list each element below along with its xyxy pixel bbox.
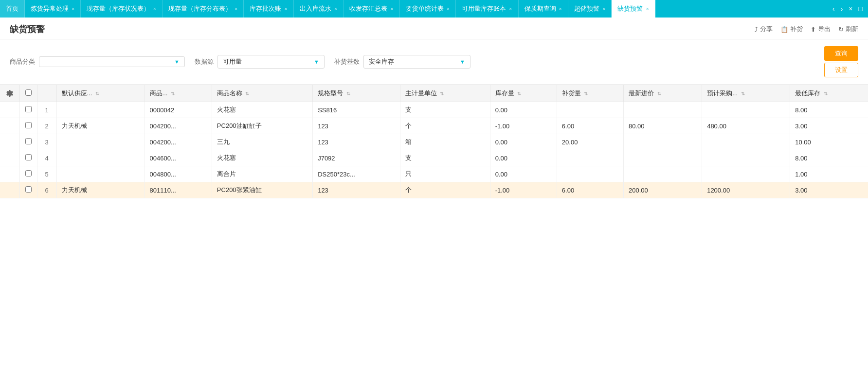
nav-maximize-button[interactable]: □ [856, 4, 865, 14]
nav-tab-overstock[interactable]: 超储预警× [568, 0, 612, 18]
row-product-name-cell: PC200油缸缸子 [212, 118, 312, 134]
row-latest-price-cell [624, 102, 702, 118]
col-supplier[interactable]: 默认供应... ⇅ [56, 85, 145, 102]
row-product-name-cell: 火花塞 [212, 102, 312, 118]
nav-tab-stock-dist[interactable]: 现存量（库存分布表）× [163, 0, 244, 18]
tab-close-shortage[interactable]: × [646, 6, 649, 12]
row-latest-price-cell [624, 150, 702, 166]
row-latest-price-cell: 200.00 [624, 182, 702, 198]
row-supplier-cell [56, 134, 145, 150]
col-product-code[interactable]: 商品... ⇅ [145, 85, 212, 102]
row-product-code-cell: 0000042 [145, 102, 212, 118]
row-min-stock-cell: 3.00 [790, 182, 868, 198]
row-supplier-cell [56, 166, 145, 182]
replenish-base-select[interactable]: 安全库存 ▼ [363, 55, 470, 69]
table-row: 3 004200... 三九 123 箱 0.00 20.00 10.00 [0, 134, 868, 150]
category-select[interactable]: ▼ [39, 56, 185, 67]
row-spec-cell: SS816 [313, 102, 400, 118]
row-min-stock-cell: 1.00 [790, 166, 868, 182]
col-product-name-label: 商品名称 [217, 89, 242, 97]
row-num-cell: 2 [37, 118, 56, 134]
row-checkbox-4[interactable] [25, 170, 32, 176]
row-est-purchase-cell [702, 166, 790, 182]
nav-prev-button[interactable]: ‹ [830, 4, 837, 14]
row-spec-cell: J7092 [313, 150, 400, 166]
tab-close-recv-summary[interactable]: × [390, 6, 393, 12]
tab-close-expiry[interactable]: × [559, 6, 562, 12]
tab-close-order-stats[interactable]: × [447, 6, 450, 12]
nav-tab-abnormal[interactable]: 炼货异常处理× [25, 0, 81, 18]
row-settings-cell [0, 150, 19, 166]
row-checkbox-3[interactable] [25, 154, 32, 160]
row-est-purchase-cell: 1200.00 [702, 182, 790, 198]
nav-tab-recv-summary[interactable]: 收发存汇总表× [344, 0, 399, 18]
share-button[interactable]: ⤴ 分享 [755, 25, 773, 34]
row-checkbox-cell[interactable] [19, 182, 37, 198]
row-unit-cell: 个 [400, 182, 490, 198]
col-spec[interactable]: 规格型号 ⇅ [313, 85, 400, 102]
select-all-checkbox[interactable] [25, 89, 32, 96]
spec-sort-icon: ⇅ [346, 91, 350, 96]
shortage-table: 默认供应... ⇅ 商品... ⇅ 商品名称 ⇅ 规格型号 ⇅ [0, 85, 868, 198]
refresh-button[interactable]: ↻ 刷新 [838, 25, 858, 34]
settings-button[interactable]: 设置 [824, 63, 858, 77]
tab-close-batch-account[interactable]: × [284, 6, 287, 12]
row-checkbox-1[interactable] [25, 122, 32, 128]
tab-close-stock-dist[interactable]: × [235, 6, 237, 12]
row-supplier-cell: 力天机械 [56, 118, 145, 134]
col-select-all[interactable] [19, 85, 37, 102]
datasource-chevron-icon: ▼ [314, 59, 319, 65]
tab-close-avail-stock[interactable]: × [509, 6, 512, 12]
nav-tab-order-stats[interactable]: 要货单统计表× [400, 0, 456, 18]
export-icon: ⬆ [811, 26, 816, 33]
refresh-icon: ↻ [838, 26, 844, 33]
col-product-name[interactable]: 商品名称 ⇅ [212, 85, 312, 102]
row-checkbox-cell[interactable] [19, 118, 37, 134]
nav-tab-home[interactable]: 首页 [0, 0, 25, 18]
row-num-cell: 4 [37, 150, 56, 166]
row-checkbox-cell[interactable] [19, 102, 37, 118]
col-latest-price[interactable]: 最新进价 ⇅ [624, 85, 702, 102]
row-checkbox-cell[interactable] [19, 166, 37, 182]
col-est-purchase-label: 预计采购... [707, 89, 738, 97]
row-settings-cell [0, 134, 19, 150]
export-button[interactable]: ⬆ 导出 [811, 25, 831, 34]
tab-close-inout-flow[interactable]: × [334, 6, 337, 12]
col-unit[interactable]: 主计量单位 ⇅ [400, 85, 490, 102]
tab-close-abnormal[interactable]: × [72, 6, 74, 12]
nav-tab-inout-flow[interactable]: 出入库流水× [294, 0, 344, 18]
nav-close-button[interactable]: × [846, 4, 855, 14]
query-button[interactable]: 查询 [824, 46, 858, 61]
col-min-stock[interactable]: 最低库存 ⇅ [790, 85, 868, 102]
col-replenish[interactable]: 补货量 ⇅ [557, 85, 623, 102]
row-checkbox-2[interactable] [25, 138, 32, 144]
row-min-stock-cell: 8.00 [790, 150, 868, 166]
row-checkbox-0[interactable] [25, 106, 32, 112]
row-checkbox-cell[interactable] [19, 150, 37, 166]
row-replenish-cell: 6.00 [557, 118, 623, 134]
row-checkbox-cell[interactable] [19, 134, 37, 150]
col-settings[interactable] [0, 85, 19, 102]
row-replenish-cell [557, 150, 623, 166]
row-stock-cell: 0.00 [490, 150, 557, 166]
row-stock-cell: -1.00 [490, 118, 557, 134]
nav-next-button[interactable]: › [838, 4, 846, 14]
nav-tab-avail-stock[interactable]: 可用量库存账本× [456, 0, 518, 18]
tab-close-stock-status[interactable]: × [153, 6, 156, 12]
row-stock-cell: 0.00 [490, 166, 557, 182]
nav-tab-batch-account[interactable]: 库存批次账× [244, 0, 293, 18]
col-stock[interactable]: 库存量 ⇅ [490, 85, 557, 102]
replenish-button[interactable]: 📋 补货 [780, 25, 803, 34]
row-replenish-cell: 6.00 [557, 182, 623, 198]
col-est-purchase[interactable]: 预计采购... ⇅ [702, 85, 790, 102]
nav-tab-expiry[interactable]: 保质期查询× [519, 0, 568, 18]
row-replenish-cell [557, 166, 623, 182]
nav-tab-shortage[interactable]: 缺货预警× [612, 0, 655, 18]
row-replenish-cell [557, 102, 623, 118]
nav-tab-stock-status[interactable]: 现存量（库存状况表）× [81, 0, 162, 18]
replenish-icon: 📋 [780, 26, 788, 33]
row-supplier-cell [56, 150, 145, 166]
tab-close-overstock[interactable]: × [602, 6, 605, 12]
row-checkbox-5[interactable] [25, 186, 32, 193]
datasource-select[interactable]: 可用量 ▼ [217, 55, 325, 69]
